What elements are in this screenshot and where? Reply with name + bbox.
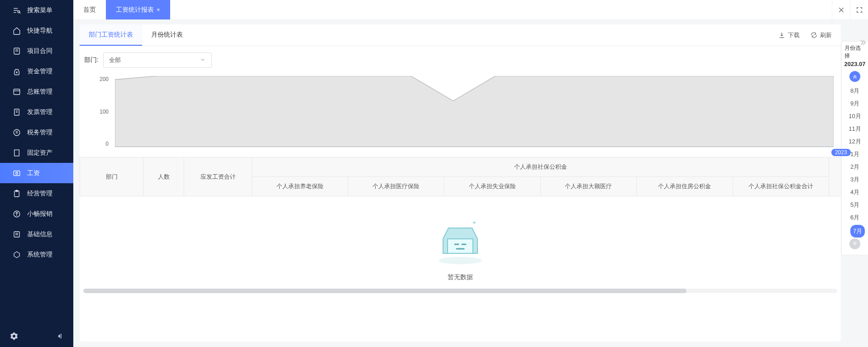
tax-icon xyxy=(13,128,21,137)
subtab-label: 月份统计表 xyxy=(151,31,183,39)
th-gross: 应发工资合计 xyxy=(184,157,252,196)
rail-month-item[interactable]: 12月 xyxy=(848,135,862,148)
rail-collapse-icon[interactable] xyxy=(859,37,868,48)
fullscreen-button[interactable] xyxy=(850,0,868,20)
ledger-icon xyxy=(13,88,21,96)
close-icon[interactable]: × xyxy=(157,6,160,13)
rail-scroll-down[interactable] xyxy=(849,238,860,249)
th-housing: 个人承担住房公积金 xyxy=(637,177,733,196)
sidebar-item-label: 小畅报销 xyxy=(27,210,52,218)
menu-search-icon xyxy=(13,6,21,14)
scrollbar-thumb[interactable] xyxy=(83,289,687,293)
close-all-tabs-button[interactable] xyxy=(832,0,850,20)
sub-tab-bar: 部门工资统计表 月份统计表 下载 刷新 xyxy=(80,24,841,46)
sidebar-item-label: 工资 xyxy=(27,169,40,177)
tab-salary-report[interactable]: 工资统计报表 × xyxy=(106,0,170,19)
sidebar-item-base-info[interactable]: 基础信息 xyxy=(0,224,73,244)
th-bigmed: 个人承担大额医疗 xyxy=(540,177,637,196)
refresh-label: 刷新 xyxy=(820,31,832,39)
rail-scroll-up[interactable] xyxy=(849,71,860,82)
empty-box-icon xyxy=(429,212,492,266)
sidebar-item-label: 项目合同 xyxy=(27,47,52,55)
sidebar-item-operation-mgmt[interactable]: 经营管理 xyxy=(0,183,73,204)
rail-selected-date: 2023.07 xyxy=(844,61,866,71)
svg-rect-21 xyxy=(14,171,20,176)
sidebar-item-label: 经营管理 xyxy=(27,190,52,198)
sidebar-item-tax-mgmt[interactable]: 税务管理 xyxy=(0,122,73,143)
sidebar-item-label: 总账管理 xyxy=(27,88,52,96)
svg-point-15 xyxy=(14,129,20,136)
svg-rect-10 xyxy=(14,89,20,95)
sidebar-item-label: 税务管理 xyxy=(27,128,52,137)
sidebar-item-label: 搜索菜单 xyxy=(27,6,52,14)
clipboard-icon xyxy=(13,190,21,198)
sidebar-item-fund-mgmt[interactable]: 资金管理 xyxy=(0,61,73,81)
sidebar-bottom-bar xyxy=(0,327,73,347)
building-icon xyxy=(13,149,21,157)
refresh-button[interactable]: 刷新 xyxy=(811,31,832,39)
subtab-month-stat[interactable]: 月份统计表 xyxy=(142,24,192,46)
svg-point-22 xyxy=(16,172,18,174)
rail-month-item[interactable]: 1月2023 xyxy=(848,148,862,161)
salary-table: 部门 人数 应发工资合计 个人承担社保公积金 公司承担 个人承担养老保险 个人承… xyxy=(80,157,841,196)
sidebar-item-system-mgmt[interactable]: 系统管理 xyxy=(0,244,73,265)
sidebar: 搜索菜单 快捷导航 项目合同 资金管理 总账管理 发票管理 税务管理 固定资产 … xyxy=(0,0,73,347)
sidebar-item-label: 基础信息 xyxy=(27,230,52,238)
sidebar-item-project-contract[interactable]: 项目合同 xyxy=(0,41,73,61)
svg-rect-30 xyxy=(61,334,62,339)
sidebar-item-label: 系统管理 xyxy=(27,251,52,259)
ytick: 200 xyxy=(100,76,109,82)
ytick: 100 xyxy=(100,109,109,115)
subtab-label: 部门工资统计表 xyxy=(89,31,133,39)
sidebar-item-search-menu[interactable]: 搜索菜单 xyxy=(0,0,73,20)
subtab-dept-stat[interactable]: 部门工资统计表 xyxy=(80,24,142,46)
svg-point-3 xyxy=(18,10,20,13)
info-list-icon xyxy=(13,230,21,238)
content-card: 部门工资统计表 月份统计表 下载 刷新 部门: 全部 200 10 xyxy=(80,24,841,342)
download-label: 下载 xyxy=(788,31,800,39)
th-dept: 部门 xyxy=(80,157,143,196)
refresh-icon xyxy=(811,32,817,38)
salary-icon xyxy=(13,169,21,177)
rail-month-item[interactable]: 2月 xyxy=(848,161,862,173)
sidebar-item-label: 固定资产 xyxy=(27,149,52,157)
rail-month-item[interactable]: 6月 xyxy=(848,211,862,224)
rail-month-item[interactable]: 10月 xyxy=(848,110,862,123)
tab-home[interactable]: 首页 xyxy=(73,0,106,19)
settings-icon[interactable] xyxy=(10,332,18,342)
dept-select-value: 全部 xyxy=(109,56,121,64)
rail-month-item[interactable]: 7月 xyxy=(850,225,865,238)
rail-month-item[interactable]: 8月 xyxy=(848,85,862,97)
rail-month-item[interactable]: 11月 xyxy=(848,123,862,135)
sidebar-item-xcbx[interactable]: 小畅报销 xyxy=(0,204,73,224)
horizontal-scrollbar[interactable] xyxy=(83,289,837,293)
sidebar-item-fixed-asset[interactable]: 固定资产 xyxy=(0,143,73,163)
sidebar-item-invoice-mgmt[interactable]: 发票管理 xyxy=(0,102,73,122)
sidebar-item-ledger-mgmt[interactable]: 总账管理 xyxy=(0,81,73,102)
sidebar-item-salary[interactable]: 工资 xyxy=(0,163,73,183)
reimburse-icon xyxy=(13,210,21,218)
month-rail: 月份选择 2023.07 8月9月10月11月12月1月20232月3月4月5月… xyxy=(842,42,868,255)
filter-row: 部门: 全部 xyxy=(80,46,841,74)
rail-month-item[interactable]: 9月 xyxy=(848,97,862,110)
rail-year-badge: 2023 xyxy=(831,149,851,156)
rail-month-item[interactable]: 5月 xyxy=(848,199,862,211)
download-button[interactable]: 下载 xyxy=(778,31,800,39)
collapse-icon[interactable] xyxy=(55,332,63,342)
th-medical: 个人承担医疗保险 xyxy=(348,177,444,196)
rail-month-item[interactable]: 4月 xyxy=(848,186,862,199)
empty-message: 暂无数据 xyxy=(448,273,473,281)
chart-y-axis: 200 100 0 xyxy=(85,74,113,153)
tab-label: 工资统计报表 xyxy=(116,6,154,14)
invoice-icon xyxy=(13,108,21,116)
sidebar-item-label: 快捷导航 xyxy=(27,27,52,35)
rail-month-item[interactable]: 3月 xyxy=(848,173,862,186)
svg-rect-37 xyxy=(448,239,473,253)
sidebar-item-quick-nav[interactable]: 快捷导航 xyxy=(0,20,73,41)
th-personal-total: 个人承担社保公积金合计 xyxy=(733,177,829,196)
money-bag-icon xyxy=(13,67,21,76)
th-pension: 个人承担养老保险 xyxy=(252,177,348,196)
chart-plot-area xyxy=(115,76,834,147)
dept-select[interactable]: 全部 xyxy=(103,52,212,68)
tab-bar: 首页 工资统计报表 × xyxy=(73,0,868,20)
